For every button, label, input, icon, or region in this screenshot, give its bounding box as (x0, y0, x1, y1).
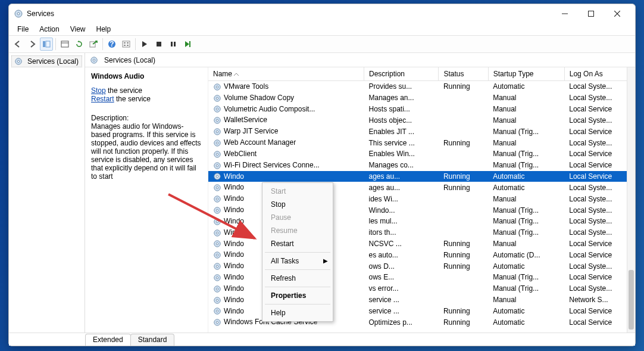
service-name: WalletService (224, 116, 267, 124)
service-desc: itors th... (364, 227, 438, 238)
svg-text:?: ? (110, 40, 114, 48)
restart-service-button[interactable] (181, 38, 194, 51)
service-logon: Local Service (564, 148, 634, 160)
service-status: Running (439, 81, 488, 92)
start-service-button[interactable] (138, 38, 151, 51)
col-startup-type[interactable]: Startup Type (488, 67, 564, 81)
view-tabs: Extended Standard (9, 333, 635, 346)
menu-help[interactable]: Help (92, 24, 116, 35)
col-name[interactable]: Name (208, 67, 364, 81)
service-logon: Local Service (564, 160, 634, 171)
ctx-properties[interactable]: Properties (262, 289, 333, 302)
back-button[interactable] (11, 38, 24, 51)
svg-rect-12 (124, 45, 126, 46)
ctx-all-tasks[interactable]: All Tasks▶ (262, 254, 333, 268)
service-desc: Windo... (364, 204, 438, 216)
menu-action[interactable]: Action (35, 24, 64, 35)
service-logon: Local Service (564, 272, 634, 283)
large-icons-button[interactable] (120, 38, 133, 51)
service-name: Windo (224, 296, 244, 304)
service-row[interactable]: Volume Shadow CopyManages an...ManualLoc… (208, 92, 635, 104)
service-name: Windo (224, 250, 244, 259)
maximize-button[interactable] (578, 5, 604, 22)
scrollbar[interactable] (627, 67, 635, 333)
restart-service-link[interactable]: Restart (91, 95, 114, 103)
service-desc: Hosts objec... (364, 114, 438, 126)
service-row[interactable]: WalletServiceHosts objec...ManualLocal S… (208, 114, 635, 126)
service-desc: vs error... (364, 283, 438, 294)
col-log-on-as[interactable]: Log On As (564, 67, 634, 81)
scrollbar-thumb[interactable] (629, 270, 634, 330)
service-startup: Automatic (488, 316, 564, 328)
service-desc: ages au... (364, 182, 438, 193)
service-desc: Manages co... (364, 160, 438, 171)
help-button[interactable]: ? (105, 38, 118, 51)
forward-button[interactable] (26, 38, 39, 51)
service-logon: Local Syste... (564, 92, 634, 104)
service-name: Volumetric Audio Composit... (224, 105, 315, 113)
service-name: Windo (224, 217, 244, 225)
service-row[interactable]: Volumetric Audio Composit...Hosts spati.… (208, 104, 635, 115)
tab-standard[interactable]: Standard (130, 334, 175, 346)
service-status (439, 204, 488, 216)
toolbar: ? (9, 35, 635, 53)
pause-service-button[interactable] (167, 38, 180, 51)
service-logon: Local Service (564, 104, 634, 115)
pane-title: Services (Local) (104, 56, 155, 64)
refresh-button[interactable] (73, 38, 86, 51)
tree-node-services-local[interactable]: Services (Local) (11, 55, 82, 67)
service-name: Wi-Fi Direct Services Conne... (224, 161, 320, 169)
menu-view[interactable]: View (65, 24, 90, 35)
service-row[interactable]: Windoages au...RunningAutomaticLocal Ser… (208, 171, 635, 182)
service-status (439, 92, 488, 104)
service-startup: Manual (Trig... (488, 272, 564, 283)
service-startup: Manual (Trig... (488, 204, 564, 216)
col-status[interactable]: Status (439, 67, 488, 81)
stop-service-button[interactable] (152, 38, 165, 51)
tab-extended[interactable]: Extended (85, 334, 131, 346)
properties-button[interactable] (58, 38, 71, 51)
service-logon: Local Service (564, 171, 634, 182)
export-list-button[interactable] (87, 38, 100, 51)
ctx-refresh[interactable]: Refresh (262, 272, 333, 285)
gear-icon (213, 229, 221, 237)
minimize-button[interactable] (552, 5, 578, 22)
service-startup: Manual (488, 193, 564, 204)
ctx-stop[interactable]: Stop (262, 198, 333, 211)
svg-rect-14 (157, 42, 161, 46)
stop-service-link[interactable]: Stop (91, 86, 106, 95)
service-startup: Manual (Trig... (488, 227, 564, 238)
svg-rect-11 (127, 42, 129, 44)
gear-icon (213, 94, 221, 102)
ctx-restart[interactable]: Restart (262, 237, 333, 250)
service-desc: Provides su... (364, 81, 438, 92)
menu-file[interactable]: File (12, 24, 33, 35)
service-desc: les mul... (364, 216, 438, 227)
gear-icon (213, 206, 221, 215)
gear-icon (213, 218, 221, 226)
ctx-help[interactable]: Help (262, 306, 333, 319)
service-logon: Local Syste... (564, 227, 634, 238)
svg-rect-2 (589, 11, 594, 17)
console-tree: Services (Local) (9, 53, 85, 333)
service-name: WebClient (224, 150, 257, 158)
gear-icon (213, 116, 221, 125)
service-status: Running (439, 260, 488, 272)
service-row[interactable]: VMware ToolsProvides su...RunningAutomat… (208, 81, 635, 92)
service-status (439, 283, 488, 294)
service-row[interactable]: Warp JIT ServiceEnables JIT ...Manual (T… (208, 126, 635, 137)
gear-icon (90, 56, 98, 64)
sort-asc-icon (234, 73, 239, 76)
col-description[interactable]: Description (364, 67, 438, 81)
svg-rect-17 (189, 41, 190, 47)
service-status (439, 114, 488, 126)
svg-rect-13 (127, 45, 129, 46)
service-row[interactable]: WebClientEnables Win...Manual (Trig...Lo… (208, 148, 635, 160)
service-row[interactable]: Wi-Fi Direct Services Conne...Manages co… (208, 160, 635, 171)
selected-service-name: Windows Audio (91, 72, 202, 80)
show-hide-tree-button[interactable] (40, 38, 53, 51)
close-button[interactable] (604, 5, 630, 22)
service-name: Windo (224, 172, 244, 181)
title-bar[interactable]: Services (9, 4, 635, 23)
service-row[interactable]: Web Account ManagerThis service ...Runni… (208, 137, 635, 148)
